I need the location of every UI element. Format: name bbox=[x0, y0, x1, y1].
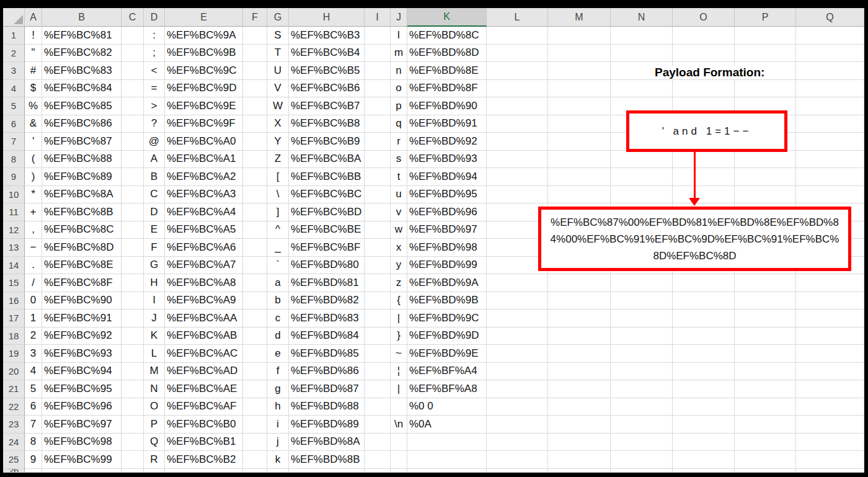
payload-source-box: ' and 1=1−− bbox=[626, 110, 787, 152]
payload-formation-title: Payload Formation: bbox=[651, 66, 768, 79]
payload-source-text: ' and 1=1−− bbox=[662, 125, 752, 138]
spreadsheet: ABCDEFGHIJKLMNOPQ1!%EF%BC%81:%EF%BC%9AS%… bbox=[3, 8, 864, 473]
arrow-down-head-icon bbox=[689, 198, 700, 206]
annotation-overlay: Payload Formation: ' and 1=1−− %EF%BC%87… bbox=[3, 8, 864, 473]
arrow-down-icon bbox=[694, 152, 696, 199]
encoded-payload-text: %EF%BC%87%00%EF%BD%81%EF%BD%8E%EF%BD%84%… bbox=[551, 216, 839, 262]
screenshot-frame: ABCDEFGHIJKLMNOPQ1!%EF%BC%81:%EF%BC%9AS%… bbox=[0, 0, 868, 477]
encoded-payload-box: %EF%BC%87%00%EF%BD%81%EF%BD%8E%EF%BD%84%… bbox=[538, 207, 851, 271]
